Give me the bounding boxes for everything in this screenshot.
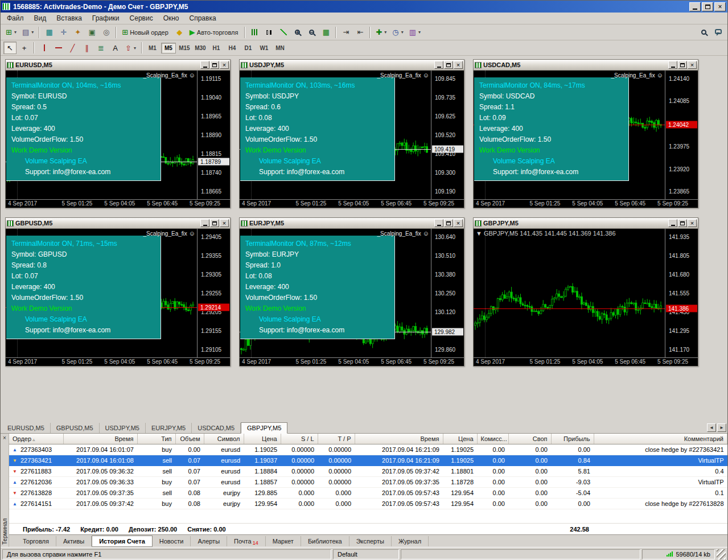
menu-item-Сервис[interactable]: Сервис	[125, 13, 158, 24]
terminal-tab-Эксперты[interactable]: Эксперты	[349, 536, 392, 546]
fibonacci-button[interactable]: ≣	[94, 42, 108, 54]
column-header-5[interactable]: Цена	[244, 434, 281, 444]
chart-titlebar[interactable]: USDCAD,M5×	[474, 60, 698, 71]
price-scale[interactable]: 130.640130.510130.380130.250130.120129.9…	[431, 229, 464, 357]
menu-item-Файл[interactable]: Файл	[2, 13, 29, 24]
chart-plot[interactable]: TerminalMonitor ON, 104ms, ~16msSymbol: …	[6, 71, 197, 199]
dropdown-arrow-icon[interactable]: ▾	[418, 30, 421, 35]
menu-item-Графики[interactable]: Графики	[87, 13, 125, 24]
time-axis[interactable]: 4 Sep 20175 Sep 01:255 Sep 04:055 Sep 06…	[474, 199, 698, 208]
chart-tab-EURUSD,M5[interactable]: EURUSD,M5	[2, 423, 51, 433]
minimize-button[interactable]	[689, 2, 701, 11]
chart-minimize-button[interactable]	[668, 61, 677, 69]
cursor-button[interactable]: ↖	[3, 42, 17, 54]
column-header-1[interactable]: Время	[63, 434, 137, 444]
history-row[interactable]: ▲2276141512017.09.05 09:37:42buy0.08eurj…	[9, 498, 727, 509]
templates-button[interactable]: ▥▾	[407, 26, 423, 39]
terminal-button[interactable]: ▣	[85, 26, 98, 39]
price-scale[interactable]: 1.241401.240851.240301.239751.239201.238…	[665, 71, 698, 199]
timeframe-button-M15[interactable]: M15	[177, 43, 192, 53]
column-header-6[interactable]: S / L	[281, 434, 318, 444]
profiles-button[interactable]: ▤▾	[20, 26, 36, 39]
price-scale[interactable]: 1.191151.190401.189651.188901.188151.187…	[197, 71, 230, 199]
status-profile[interactable]: Default	[333, 549, 399, 559]
column-header-8[interactable]: Время	[355, 434, 443, 444]
resize-grip[interactable]	[717, 549, 726, 559]
terminal-tab-История Счета[interactable]: История Счета	[92, 536, 153, 547]
timeframe-button-H4[interactable]: H4	[225, 43, 240, 53]
time-axis[interactable]: 4 Sep 20175 Sep 01:255 Sep 04:055 Sep 06…	[240, 199, 464, 208]
close-button[interactable]: ×	[714, 2, 726, 11]
candlestick-button[interactable]	[262, 26, 275, 39]
column-header-13[interactable]: Комментарий	[594, 434, 727, 444]
zoom-out-button[interactable]: −	[305, 26, 318, 39]
chart-close-button[interactable]: ×	[220, 219, 229, 227]
terminal-tab-Журнал[interactable]: Журнал	[392, 536, 429, 546]
vertical-line-button[interactable]	[38, 42, 51, 54]
tile-windows-button[interactable]: ▦	[319, 26, 332, 39]
chart-minimize-button[interactable]	[200, 219, 209, 227]
history-row[interactable]: ▲2276120362017.09.05 09:36:33buy0.07euru…	[9, 476, 727, 487]
time-axis[interactable]: 4 Sep 20175 Sep 01:255 Sep 04:055 Sep 06…	[6, 357, 230, 366]
chart-shift-button[interactable]: ⇤	[353, 26, 367, 39]
chart-restore-button[interactable]	[678, 219, 687, 227]
menu-item-Окно[interactable]: Окно	[158, 13, 184, 24]
metaeditor-button[interactable]: ◆	[173, 26, 186, 39]
chart-close-button[interactable]: ×	[220, 61, 229, 69]
chart-tab-USDCAD,M5[interactable]: USDCAD,M5	[192, 423, 241, 433]
search-button[interactable]	[697, 26, 710, 39]
chart-tab-GBPUSD,M5[interactable]: GBPUSD,M5	[51, 423, 100, 433]
chart-minimize-button[interactable]	[668, 219, 677, 227]
arrows-button[interactable]: ⇧▾	[123, 42, 138, 54]
history-row[interactable]: ▼2276138282017.09.05 09:37:35sell0.08eur…	[9, 487, 727, 498]
trendline-button[interactable]: ╱	[66, 42, 79, 54]
column-header-0[interactable]: Ордер ▵	[9, 434, 63, 444]
chat-button[interactable]	[711, 26, 725, 39]
chart-titlebar[interactable]: EURJPY,M5×	[240, 218, 464, 229]
chart-titlebar[interactable]: EURUSD,M5×	[6, 60, 230, 71]
column-header-2[interactable]: Тип	[137, 434, 175, 444]
history-row[interactable]: ▲2273634032017.09.04 16:01:07buy0.00euru…	[9, 444, 727, 455]
timeframe-button-M30[interactable]: M30	[193, 43, 208, 53]
chart-plot[interactable]: TerminalMonitor ON, 84ms, ~17msSymbol: U…	[474, 71, 665, 199]
chart-plot[interactable]: TerminalMonitor ON, 103ms, ~16msSymbol: …	[240, 71, 431, 199]
timeframe-button-H1[interactable]: H1	[209, 43, 224, 53]
column-header-10[interactable]: Комисс...	[477, 434, 508, 444]
terminal-tab-Торговля[interactable]: Торговля	[16, 536, 56, 546]
chart-tab-GBPJPY,M5[interactable]: GBPJPY,M5	[241, 422, 287, 434]
chart-close-button[interactable]: ×	[454, 219, 463, 227]
menu-item-Справка[interactable]: Справка	[184, 13, 221, 24]
new-chart-button[interactable]: ⊞▾	[3, 26, 19, 39]
timeframe-button-M5[interactable]: M5	[161, 43, 176, 53]
column-header-7[interactable]: T / P	[318, 434, 355, 444]
terminal-close-button[interactable]: ×	[3, 435, 6, 441]
time-axis[interactable]: 4 Sep 20175 Sep 01:255 Sep 04:055 Sep 06…	[474, 357, 698, 366]
price-scale[interactable]: 109.845109.735109.625109.520109.410109.3…	[431, 71, 464, 199]
chart-plot[interactable]: TerminalMonitor ON, 87ms, ~12msSymbol: E…	[240, 229, 431, 357]
navigator-button[interactable]: ✦	[71, 26, 84, 39]
market-watch-button[interactable]: ▦	[43, 26, 56, 39]
chart-close-button[interactable]: ×	[454, 61, 463, 69]
terminal-tab-Новости[interactable]: Новости	[153, 536, 191, 546]
timeframe-button-W1[interactable]: W1	[257, 43, 272, 53]
crosshair-button[interactable]: +	[18, 42, 31, 54]
line-chart-button[interactable]	[277, 26, 290, 39]
price-scale[interactable]: 141.935141.805141.680141.555141.430141.2…	[665, 229, 698, 357]
price-scale[interactable]: 1.294051.293551.293051.292551.292051.291…	[197, 229, 230, 357]
chart-titlebar[interactable]: GBPJPY,M5×	[474, 218, 698, 229]
strategy-tester-button[interactable]: ◎	[100, 26, 113, 39]
history-row[interactable]: ▼2276118832017.09.05 09:36:32sell0.07eur…	[9, 466, 727, 476]
new-order-button[interactable]: ⊞Новый ордер	[120, 26, 172, 39]
chart-close-button[interactable]: ×	[688, 219, 697, 227]
dropdown-arrow-icon[interactable]: ▾	[14, 30, 17, 35]
restore-button[interactable]	[702, 2, 713, 11]
time-axis[interactable]: 4 Sep 20175 Sep 01:255 Sep 04:055 Sep 06…	[240, 357, 464, 366]
chart-titlebar[interactable]: GBPUSD,M5×	[6, 218, 230, 229]
chart-plot[interactable]: TerminalMonitor ON, 71ms, ~15msSymbol: G…	[6, 229, 197, 357]
tab-scroll-right-button[interactable]: ►	[717, 423, 726, 432]
chart-restore-button[interactable]	[678, 61, 687, 69]
chart-restore-button[interactable]	[444, 61, 453, 69]
tab-scroll-left-button[interactable]: ◄	[707, 423, 716, 432]
timeframe-button-D1[interactable]: D1	[241, 43, 256, 53]
column-header-3[interactable]: Объем	[175, 434, 204, 444]
